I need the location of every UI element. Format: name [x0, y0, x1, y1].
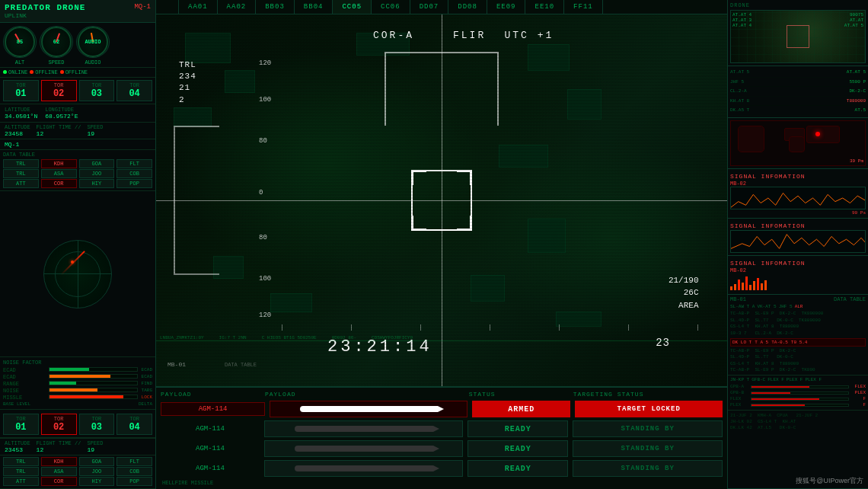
nf-row-5: MISSLE LOCK	[3, 395, 152, 401]
dt-trl: TRL	[3, 159, 39, 168]
tab-cc05[interactable]: CC05	[333, 0, 372, 14]
gauge-3: AUDIO	[76, 26, 110, 58]
building-8	[213, 256, 244, 279]
tab-bb03[interactable]: BB03	[256, 0, 295, 14]
mb02-label-1: MB-02	[730, 181, 866, 187]
building-5	[567, 89, 602, 120]
tab-aa01[interactable]: AA01	[179, 0, 218, 14]
tor-label-03: TOR	[81, 82, 113, 88]
nf-bar-bg-4	[49, 388, 137, 392]
dt-goa: GOA	[79, 159, 115, 168]
signal-info-1: SIGNAL INFOMATION MB-02 90 Ps	[728, 169, 868, 219]
lon-label: LONGITUDE	[45, 107, 78, 113]
right-panel: DRONE AT.AT 4AT.AT 3AT.AT 4 90075AT.ATAT…	[727, 0, 868, 489]
sig-bar-3	[738, 280, 740, 290]
right-data-section: AT.AT 5AT.AT 5 JHF 55500 P CL.2-ADK-2-C …	[728, 66, 868, 118]
bottom-panel: PAYLOAD PAYLOAD STATUS TARGETING STATUS …	[156, 386, 727, 489]
b-speed-val: 19	[87, 446, 103, 453]
dt-att: ATT	[3, 179, 39, 188]
nf-label-3: RANGE	[3, 381, 46, 387]
nf-row-4: NOISE TARG	[3, 388, 152, 394]
building-6	[499, 145, 548, 168]
small-data-header: SL-AW T A VK-AT 5 JHF 5 ALR	[730, 304, 866, 310]
signal-svg-2	[731, 231, 865, 252]
rdr-1: AT.AT 5AT.AT 5	[730, 68, 866, 78]
sig-bar-1	[730, 286, 732, 290]
tor-box-b04[interactable]: TOR 04	[116, 414, 152, 435]
tor-box-03[interactable]: TOR 03	[79, 80, 115, 101]
tor-box-01[interactable]: TOR 01	[3, 80, 39, 101]
progress-row-3: FLEX F	[730, 396, 866, 401]
nf-bar-4	[49, 388, 97, 392]
radar-area	[0, 191, 155, 356]
dt-flt: FLT	[116, 159, 152, 168]
payload-status-3: READY	[468, 440, 568, 457]
sig-bar-4	[742, 283, 744, 290]
building-10	[356, 33, 410, 56]
tor-num-01: 01	[5, 88, 37, 99]
tor-box-b01[interactable]: TOR 01	[3, 414, 39, 435]
payload-targeting-4: STANDING BY	[573, 460, 723, 477]
top-status-row: ONLINE OFFLINE OFFLINE	[0, 68, 155, 78]
signal-chart-2	[730, 230, 866, 253]
payload-targeting-3: STANDING BY	[573, 440, 723, 457]
continent-americas	[738, 126, 764, 152]
tab-empty[interactable]	[156, 0, 179, 14]
alt-row: ALTITUDE 23458 FLIGHT TIME // 12 SPEED 1…	[0, 123, 155, 139]
nf-bar-1	[49, 368, 88, 371]
signal-info-label-1: SIGNAL INFOMATION	[730, 173, 866, 180]
drone-subtitle: UPLINK	[5, 12, 85, 19]
building-7	[528, 219, 566, 253]
tab-cc06[interactable]: CC06	[372, 0, 410, 14]
progress-row-4: PLEX F	[730, 402, 866, 408]
flight-val: 12	[37, 130, 81, 137]
mb01-section-label: MB-01	[730, 296, 746, 302]
tab-ee09[interactable]: EE09	[487, 0, 526, 14]
world-map: 39 Pm	[730, 120, 866, 166]
prg-fill-2	[752, 392, 790, 394]
prg-label-3: FLEX	[730, 396, 749, 401]
nf-bar-2	[49, 375, 110, 378]
tab-dd08[interactable]: DD08	[448, 0, 487, 14]
tab-ee10[interactable]: EE10	[525, 0, 564, 14]
gauge-wrap-1: 85 ALT	[3, 26, 37, 66]
dt-b-row-2: TRL ASA JOO COB	[3, 467, 152, 476]
payload-name-3: AGM-114	[161, 445, 260, 452]
alt-row-bottom: ALTITUDE 23453 FLIGHT TIME // 12 SPEED 1…	[0, 438, 155, 455]
unit-label: MQ-1	[134, 3, 151, 11]
tor-box-b02[interactable]: TOR 02	[41, 414, 77, 435]
dt-cor: COR	[41, 179, 77, 188]
data-scroll: 21-JUF 2 KMH-A CPUA 21-JUF 2 JH-LK 02 GS…	[730, 413, 866, 430]
payload-status-4: READY	[468, 460, 568, 477]
tab-bb04[interactable]: BB04	[295, 0, 333, 14]
tor-box-b03[interactable]: TOR 03	[79, 414, 115, 435]
missile-4	[295, 465, 433, 471]
signal-info-label-2: SIGNAL INFOMATION	[730, 222, 866, 229]
payload-visual-2	[264, 420, 464, 437]
payload-targeting-2: STANDING BY	[573, 420, 723, 437]
prg-fill-3	[752, 398, 819, 400]
sig-bar-5	[745, 276, 748, 290]
coords-row: LATITUDE 34.0501°N LONGITUDE 68.9572°E	[0, 104, 155, 123]
prg-bg-3	[751, 398, 849, 401]
tab-dd07[interactable]: DD07	[410, 0, 449, 14]
tor-box-02[interactable]: TOR 02	[41, 80, 77, 101]
tor-label-b03: TOR	[81, 416, 113, 422]
buildings-layer	[156, 14, 727, 386]
small-data-body: TC-AB-P SL-E9 P DK-2-C TK800000 SL.4D-P …	[730, 311, 866, 337]
progress-section: JN-KP T GFB-C FLEX F PLEX F PLEX F GPB-A…	[728, 376, 868, 411]
alt-label: ALTITUDE	[5, 124, 30, 130]
nf-bar-5	[49, 395, 123, 398]
tab-ff11[interactable]: FF11	[564, 0, 603, 14]
building-1	[185, 33, 231, 63]
payload-name-2: AGM-114	[161, 425, 260, 433]
data-table-bottom: TRL KDH GOA FLT TRL ASA JOO COB ATT COR …	[0, 455, 155, 489]
signal-bars	[730, 275, 866, 290]
tor-box-04[interactable]: TOR 04	[116, 80, 152, 101]
tab-aa02[interactable]: AA02	[218, 0, 257, 14]
left-panel: PREDATOR DRONE UPLINK MQ-1 85 ALT	[0, 0, 156, 489]
rdr-4: KH.AT 8T880000	[730, 97, 866, 107]
alt-val: 23458	[5, 130, 30, 137]
dt-joo: JOO	[79, 169, 115, 178]
sig-bar-9	[761, 283, 763, 290]
